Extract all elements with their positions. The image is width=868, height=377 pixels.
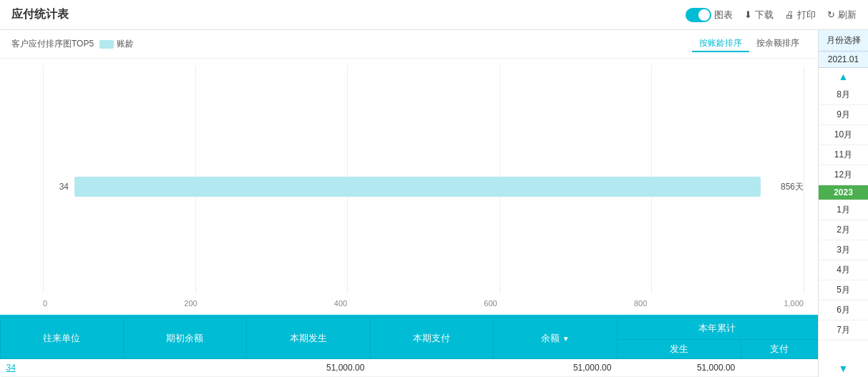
sidebar-month-item[interactable]: 1月 (819, 200, 868, 220)
col-header-nian-fasheng: 发生 (617, 340, 741, 359)
print-label: 打印 (797, 9, 816, 21)
chart-legend: 客户应付排序图TOP5 账龄 (11, 38, 134, 50)
chart-label: 图表 (714, 9, 733, 21)
sidebar-year-value[interactable]: 2021.01 (819, 52, 868, 68)
chart-sort-buttons: 按账龄排序 按余额排序 (692, 36, 806, 52)
bar-row-container: 34 856天 (43, 177, 761, 197)
month-sidebar: 月份选择 2021.01 ▲ 8月9月10月11月12月20231月2月3月4月… (818, 30, 868, 377)
chart-toggle[interactable]: 图表 (686, 8, 733, 22)
x-axis-labels: 0 200 400 600 800 1,000 (43, 299, 804, 308)
sidebar-up-button[interactable]: ▲ (819, 68, 868, 85)
refresh-label: 刷新 (838, 9, 857, 21)
print-button[interactable]: 🖨 打印 (785, 9, 816, 21)
download-button[interactable]: ⬇ 下载 (744, 9, 774, 21)
legend-color-box (99, 40, 114, 49)
table-row: 34 51,000.00 51,000.00 51,000.00 (1, 359, 818, 377)
sort-by-age-button[interactable]: 按账龄排序 (692, 36, 749, 52)
toggle-switch-icon[interactable] (686, 8, 711, 22)
col-header-nian-zhifu: 支付 (741, 340, 817, 359)
legend-color-label: 账龄 (117, 38, 134, 50)
sidebar-down-button[interactable]: ▼ (819, 360, 868, 377)
legend-title: 客户应付排序图TOP5 (11, 38, 94, 50)
refresh-button[interactable]: ↻ 刷新 (827, 9, 857, 21)
download-label: 下载 (755, 9, 774, 21)
sidebar-month-item[interactable]: 4月 (819, 260, 868, 280)
col-header-benqi-fasheng: 本期发生 (246, 318, 370, 359)
print-icon: 🖨 (785, 9, 794, 20)
sidebar-month-item[interactable]: 6月 (819, 300, 868, 320)
x-label-600: 600 (484, 299, 497, 308)
sidebar-month-item[interactable]: 8月 (819, 85, 868, 105)
bar-fill: 856天 (74, 177, 761, 197)
sidebar-months-list: 8月9月10月11月12月20231月2月3月4月5月6月7月 (819, 85, 868, 360)
sidebar-month-item[interactable]: 9月 (819, 105, 868, 125)
page-title: 应付统计表 (11, 7, 69, 22)
col-header-qichu: 期初余额 (123, 318, 246, 359)
sidebar-month-item[interactable]: 11月 (819, 145, 868, 165)
sidebar-month-item[interactable]: 10月 (819, 125, 868, 145)
cell-qichu (123, 359, 246, 377)
x-label-800: 800 (634, 299, 647, 308)
bar-row: 34 856天 (43, 177, 761, 197)
x-label-1000: 1,000 (784, 299, 804, 308)
col-header-unit: 往来单位 (1, 318, 124, 359)
bar-end-label: 856天 (781, 181, 804, 193)
sidebar-month-item[interactable]: 5月 (819, 280, 868, 300)
bar-y-label: 34 (43, 182, 69, 192)
cell-yue: 51,000.00 (493, 359, 617, 377)
cell-unit[interactable]: 34 (1, 359, 124, 377)
cell-benqi-fasheng: 51,000.00 (246, 359, 370, 377)
col-header-nian-leiji: 本年累计 (617, 318, 817, 340)
col-header-yue: 余额 ▼ (493, 318, 617, 359)
sidebar-month-item[interactable]: 12月 (819, 165, 868, 185)
sidebar-month-item[interactable]: 3月 (819, 240, 868, 260)
sidebar-month-item[interactable]: 7月 (819, 320, 868, 341)
x-label-0: 0 (43, 299, 47, 308)
sidebar-year-label: 2023 (819, 185, 868, 200)
sort-by-balance-button[interactable]: 按余额排序 (749, 36, 806, 52)
x-label-200: 200 (184, 299, 197, 308)
col-header-benqi-zhifu: 本期支付 (370, 318, 493, 359)
bar-chart: 34 856天 0 200 400 600 800 1,000 (0, 59, 818, 315)
download-icon: ⬇ (744, 9, 752, 20)
data-table: 往来单位 期初余额 本期发生 本期支付 余额 ▼ 本年累计 发生 支付 (0, 317, 818, 377)
x-label-400: 400 (334, 299, 347, 308)
sidebar-header: 月份选择 (819, 30, 868, 52)
grid-line-1000 (804, 66, 804, 293)
refresh-icon: ↻ (827, 9, 835, 20)
cell-benqi-zhifu (370, 359, 493, 377)
table-section: 往来单位 期初余额 本期发生 本期支付 余额 ▼ 本年累计 发生 支付 (0, 315, 818, 377)
cell-nian-zhifu (741, 359, 817, 377)
sidebar-month-item[interactable]: 2月 (819, 220, 868, 240)
cell-nian-fasheng: 51,000.00 (617, 359, 741, 377)
